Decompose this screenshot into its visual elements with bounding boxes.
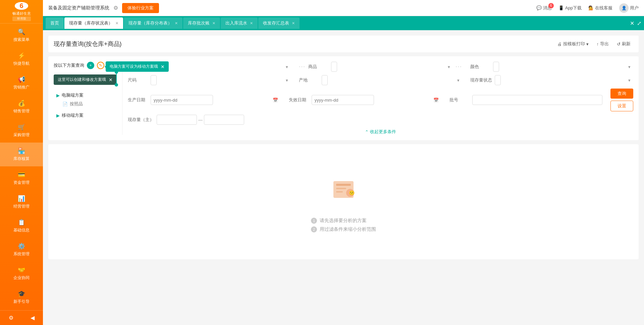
batch-no-input[interactable] [472,95,602,105]
sidebar-item-search[interactable]: 🔍 搜索菜单 [0,23,43,47]
sidebar-item-purchase[interactable]: 🛒 采购管理 [0,119,43,143]
pc-scheme-item-0[interactable]: 📄 按照品 [62,100,117,108]
form-field-produce-date: 生产日期 📅 [128,95,281,105]
sidebar-item-operation[interactable]: 📊 经营管理 [0,190,43,214]
sidebar-item-basic[interactable]: 📋 基础信息 [0,214,43,238]
stock-status-select[interactable] [495,75,501,85]
tab-home[interactable]: 首页 [46,17,64,29]
collapse-btn[interactable]: ⌃ 收起更多条件 [128,129,633,135]
reset-btn[interactable]: 设置 [610,101,633,111]
tabbar-actions: ✕ ⤢ [630,20,641,26]
add-scheme-btn[interactable]: + [87,62,94,69]
stock-main-range: — [157,115,244,125]
sidebar-item-marketing[interactable]: 📢 营销推广 [0,71,43,95]
topbar-gear-icon[interactable]: ⚙ [113,5,118,11]
mobile-scheme-header[interactable]: ▶ 移动端方案 [56,111,117,120]
sidebar-bottom: ⚙ ◀ [0,310,43,325]
expire-date-input[interactable] [312,95,374,105]
sidebar-item-enterprise[interactable]: 🤝 企业协同 [0,262,43,285]
svg-rect-3 [336,191,343,193]
refresh-btn[interactable]: ↺ 刷新 [614,40,633,48]
add-tooltip-close[interactable]: ✕ [161,64,165,69]
origin-label: 产地 [299,77,319,83]
tab-batch-ledger[interactable]: 库存批次账 ✕ [183,17,220,29]
origin-select[interactable] [322,75,328,85]
size-select[interactable] [151,75,157,85]
tab-close-inout-flow[interactable]: ✕ [250,21,253,25]
collapse-sidebar-icon[interactable]: ◀ [31,315,35,321]
export-btn[interactable]: ↑ 导出 [594,40,612,48]
tab-recv-summary[interactable]: 收发存汇总表 ✕ [258,17,300,29]
sidebar-item-label: 采购管理 [13,132,30,138]
expire-date-calendar-icon[interactable]: 📅 [433,98,439,103]
produce-date-calendar-icon[interactable]: 📅 [273,98,278,103]
collapse-up-icon: ⌃ [365,129,369,134]
logo-icon: 6 [15,2,28,10]
expand-tab-icon[interactable]: ⤢ [637,20,641,26]
goods-menu-icon[interactable]: ··· [455,64,462,70]
sidebar-nav: 🔍 搜索菜单 ⚡ 快捷导航 📢 营销推广 💰 销售管理 🛒 采购管理 🏪 库存核… [0,23,43,310]
support-btn[interactable]: 💁 在线客服 [588,5,612,11]
pc-scheme-header[interactable]: ▶ 电脑端方案 [56,91,117,100]
operation-icon: 📊 [18,195,25,202]
tab-inventory-dist[interactable]: 现存量（库存分布表） ✕ [124,17,182,29]
add-tooltip-text: 电脑方案可设为移动方案哦 [110,64,158,69]
sidebar-item-system[interactable]: ⚙️ 系统管理 [0,238,43,262]
purchase-icon: 🛒 [18,123,25,131]
search-btn[interactable]: 查询 [610,89,633,99]
basic-icon: 📋 [18,219,25,226]
close-all-tabs-icon[interactable]: ✕ [630,20,634,26]
search-buttons: 查询 设置 [610,89,633,111]
form-row-4: 现存量（主） — [128,115,633,125]
sidebar-item-inventory[interactable]: 🏪 库存核算 [0,143,43,166]
support-icon: 💁 [588,5,594,10]
message-btn[interactable]: 💬 消息 6 [536,5,552,11]
tab-close-recv-summary[interactable]: ✕ [292,21,295,25]
goods-select[interactable] [331,62,337,72]
tab-recv-summary-label: 收发存汇总表 [263,20,289,26]
sidebar-item-label: 企业协同 [13,275,30,281]
settings-bottom-icon[interactable]: ⚙ [9,315,13,321]
tab-close-inventory-status[interactable]: ✕ [115,21,118,25]
trial-btn[interactable]: 体验行业方案 [122,3,159,13]
sidebar-item-label: 销售管理 [13,108,30,114]
sidebar-item-label: 新手引导 [13,299,30,305]
user-btn[interactable]: 👤 用户 [619,3,639,13]
tab-inout-flow[interactable]: 出入库流水 ✕ [221,17,258,29]
mobile-scheme-list: ▶ 移动端方案 [56,111,117,120]
pc-scheme-label: 电脑端方案 [62,92,84,98]
goods-dots-icon[interactable]: ··· [299,64,305,70]
tabbar: 首页 现存量（库存状况表） ✕ 现存量（库存分布表） ✕ 库存批次账 ✕ 出入库… [43,16,644,30]
edit-tooltip-close[interactable]: ✕ [109,77,113,83]
sidebar-item-label: 库存核算 [13,156,30,162]
app-icon: 📱 [558,5,564,10]
tooltip-connector-line [103,65,106,68]
sidebar-item-finance[interactable]: 💳 资金管理 [0,166,43,190]
user-avatar: 👤 [619,3,629,13]
app-download-btn[interactable]: 📱 App下载 [558,5,582,11]
sidebar-item-label: 系统管理 [13,251,30,257]
sidebar-item-quick[interactable]: ⚡ 快捷导航 [0,47,43,71]
form-field-batch-no: 批号 [449,95,602,105]
size-label: 尺码 [128,77,148,83]
sidebar-item-guide[interactable]: 🎓 新手引导 [0,285,43,309]
print-btn[interactable]: 🖨 按模板打印 ▾ [555,40,591,48]
tip-num-1: 1 [311,218,317,224]
tab-inventory-status[interactable]: 现存量（库存状况表） ✕ [64,17,123,29]
size-select-wrapper [151,75,291,85]
query-header-label: 按以下方案查询 [54,62,84,68]
produce-date-input[interactable] [151,95,213,105]
produce-date-label: 生产日期 [128,97,148,103]
collapse-label: 收起更多条件 [370,129,396,135]
color-select[interactable] [493,62,499,72]
marketing-icon: 📢 [18,76,25,83]
tab-close-inventory-dist[interactable]: ✕ [175,21,178,25]
main-area: 装备及固定资产辅助管理系统 ⚙ 体验行业方案 💬 消息 6 📱 App下载 💁 … [43,0,644,325]
sidebar-item-sales[interactable]: 💰 销售管理 [0,95,43,119]
expire-date-label: 失效日期 [289,97,309,103]
refresh-icon: ↺ [617,42,621,47]
sidebar-item-label: 搜索菜单 [13,37,30,43]
stock-main-max-input[interactable] [204,115,244,125]
stock-main-min-input[interactable] [157,115,197,125]
tab-close-batch-ledger[interactable]: ✕ [212,21,215,25]
